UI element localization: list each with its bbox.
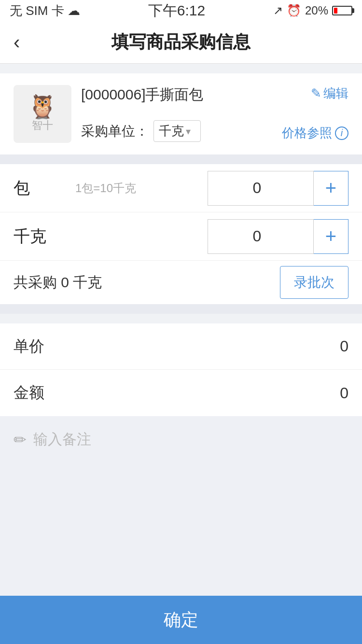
kg-input-group: + — [208, 219, 348, 254]
price-section: 单价 0 金额 0 — [0, 323, 362, 416]
notes-section[interactable]: ✏ 输入备注 — [0, 416, 362, 463]
page-title: 填写商品采购信息 — [111, 30, 251, 54]
product-name: [0000006]手撕面包 — [81, 85, 203, 105]
amount-row: 金额 0 — [0, 370, 362, 416]
unit-value: 千克 — [159, 123, 184, 140]
price-ref-label: 价格参照 — [282, 125, 332, 141]
unit-row: 采购单位： 千克 ▾ — [81, 120, 201, 142]
unit-label: 采购单位： — [81, 122, 149, 140]
status-bar: 无 SIM 卡 ☁ 下午6:12 ↗ ⏰ 20% — [0, 0, 362, 21]
kg-plus-button[interactable]: + — [314, 219, 348, 254]
edit-button[interactable]: ✎ 编辑 — [311, 85, 348, 102]
bag-input-row: 包 1包=10千克 + — [0, 164, 362, 212]
battery-percent: 20% — [305, 4, 328, 17]
unit-price-label: 单价 — [14, 336, 44, 357]
status-right: ↗ ⏰ 20% — [273, 4, 352, 17]
edit-icon: ✎ — [311, 86, 321, 101]
amount-label: 金额 — [14, 382, 44, 404]
bag-sublabel: 1包=10千克 — [75, 181, 208, 196]
divider-1 — [0, 154, 362, 164]
kg-label: 千克 — [14, 225, 71, 248]
sim-status: 无 SIM 卡 ☁ — [10, 2, 80, 19]
kg-input[interactable] — [208, 219, 314, 254]
total-text: 共采购 0 千克 — [14, 273, 102, 293]
product-thumb-text: 智十 — [32, 118, 53, 133]
nav-bar: ‹ 填写商品采购信息 — [0, 21, 362, 64]
bag-input[interactable] — [208, 171, 314, 206]
kg-input-row: 千克 + — [0, 212, 362, 261]
bag-input-group: + — [208, 171, 348, 206]
total-row: 共采购 0 千克 录批次 — [0, 261, 362, 304]
confirm-button[interactable]: 确定 — [0, 596, 362, 644]
info-icon: i — [335, 126, 348, 140]
notes-placeholder: 输入备注 — [33, 430, 91, 449]
battery-icon — [332, 6, 352, 15]
product-info: [0000006]手撕面包 ✎ 编辑 采购单位： 千克 ▾ 价格参照 i — [81, 85, 348, 142]
unit-select[interactable]: 千克 ▾ — [153, 120, 201, 142]
back-button[interactable]: ‹ — [14, 31, 20, 53]
location-icon: ↗ — [273, 4, 283, 17]
status-left: 无 SIM 卡 ☁ — [10, 2, 80, 19]
dropdown-arrow-icon: ▾ — [186, 126, 191, 137]
bag-plus-button[interactable]: + — [314, 171, 348, 206]
bottom-spacer — [0, 463, 362, 598]
pencil-icon: ✏ — [14, 431, 27, 449]
product-thumbnail: 🦉 智十 — [14, 85, 71, 143]
unit-price-value: 0 — [340, 337, 348, 355]
price-ref-button[interactable]: 价格参照 i — [282, 125, 348, 141]
unit-price-row: 单价 0 — [0, 323, 362, 370]
batch-button[interactable]: 录批次 — [280, 266, 348, 299]
product-thumb-icon: 🦉 — [28, 95, 57, 118]
bag-label: 包 — [14, 177, 71, 199]
product-card: 🦉 智十 [0000006]手撕面包 ✎ 编辑 采购单位： 千克 ▾ — [0, 73, 362, 154]
amount-value: 0 — [340, 384, 348, 402]
alarm-icon: ⏰ — [287, 4, 301, 17]
status-time: 下午6:12 — [148, 1, 205, 21]
divider-2 — [0, 304, 362, 314]
input-section: 包 1包=10千克 + 千克 + — [0, 164, 362, 261]
edit-label: 编辑 — [323, 85, 348, 102]
